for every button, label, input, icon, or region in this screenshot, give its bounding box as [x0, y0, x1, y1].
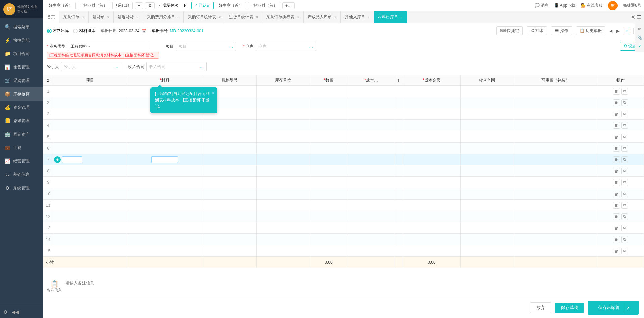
cell-available-qty-4[interactable]: [514, 120, 597, 131]
delete-row-2[interactable]: 🗑: [613, 99, 620, 106]
cell-material-15[interactable]: [126, 245, 203, 257]
cell-cost-amount-15[interactable]: [403, 245, 460, 257]
delete-row-6[interactable]: 🗑: [613, 145, 620, 152]
delete-row-14[interactable]: 🗑: [613, 236, 620, 243]
tab-goods-return[interactable]: 进退货货 ×: [114, 11, 143, 23]
cell-quantity-3[interactable]: [310, 108, 347, 120]
row-project-input-7[interactable]: [62, 156, 82, 163]
cell-available-qty-8[interactable]: [514, 165, 597, 177]
cell-spec-15[interactable]: [203, 245, 256, 257]
settings-icon[interactable]: ⚙: [3, 309, 8, 315]
topbar-tag-proxy[interactable]: +易代账: [112, 2, 133, 9]
cell-cost-price-7[interactable]: [347, 154, 395, 165]
cell-cost-amount-3[interactable]: [403, 108, 460, 120]
sidebar-item-funds[interactable]: 💰 资金管理: [0, 101, 43, 114]
cell-unit-11[interactable]: [256, 200, 310, 211]
tab-list[interactable]: ☰: [637, 14, 641, 20]
cell-spec-7[interactable]: [203, 154, 256, 165]
cell-cost-price-15[interactable]: [347, 245, 395, 257]
cell-unit-9[interactable]: [256, 177, 310, 188]
cell-unit-8[interactable]: [256, 165, 310, 177]
cell-unit-14[interactable]: [256, 234, 310, 245]
delete-row-1[interactable]: 🗑: [613, 88, 620, 95]
cell-spec-6[interactable]: [203, 143, 256, 154]
cell-project-6[interactable]: [53, 143, 126, 154]
cell-available-qty-6[interactable]: [514, 143, 597, 154]
cell-available-qty-5[interactable]: [514, 131, 597, 143]
cell-material-12[interactable]: [126, 211, 203, 222]
cell-material-13[interactable]: [126, 222, 203, 234]
tab-material-out[interactable]: 材料出库单 ×: [374, 11, 407, 23]
cell-quantity-5[interactable]: [310, 131, 347, 143]
cell-quantity-10[interactable]: [310, 188, 347, 200]
tab-close-goods-stats[interactable]: ×: [256, 15, 258, 19]
tab-close-other-in[interactable]: ×: [368, 15, 370, 19]
cell-spec-11[interactable]: [203, 200, 256, 211]
sidebar-item-inventory[interactable]: 📦 库存核算: [0, 87, 43, 101]
topbar-dropdown[interactable]: ▾: [135, 2, 143, 9]
cell-quantity-15[interactable]: [310, 245, 347, 257]
cell-project-12[interactable]: [53, 211, 126, 222]
cell-cost-amount-13[interactable]: [403, 222, 460, 234]
business-type-input[interactable]: 工程领料 ▾: [68, 42, 148, 51]
cell-quantity-9[interactable]: [310, 177, 347, 188]
copy-row-7[interactable]: ⧉: [621, 156, 628, 163]
cell-project-14[interactable]: [53, 234, 126, 245]
cell-income-contract-12[interactable]: [460, 211, 514, 222]
cell-material-5[interactable]: [126, 131, 203, 143]
tab-purchase-stats[interactable]: 采购订单统计表 ×: [184, 11, 225, 23]
cell-available-qty-11[interactable]: [514, 200, 597, 211]
cell-quantity-1[interactable]: [310, 86, 347, 97]
tab-purchase-order[interactable]: 采购订单 ×: [59, 11, 89, 23]
notes-input[interactable]: [66, 280, 640, 290]
cell-available-qty-2[interactable]: [514, 97, 597, 108]
tab-other-in[interactable]: 其他入库单 ×: [341, 11, 374, 23]
topbar-tag-good-biz2[interactable]: 好生意（首）: [216, 2, 246, 9]
cell-quantity-12[interactable]: [310, 211, 347, 222]
cell-income-contract-1[interactable]: [460, 86, 514, 97]
cell-project-4[interactable]: [53, 120, 126, 131]
cell-available-qty-9[interactable]: [514, 177, 597, 188]
tab-close-material-out[interactable]: ×: [401, 15, 403, 19]
sidebar-item-salary[interactable]: 💼 工资: [0, 141, 43, 154]
discard-button[interactable]: 放弃: [530, 302, 551, 313]
delete-row-3[interactable]: 🗑: [613, 111, 620, 117]
tab-close-purchase-fee[interactable]: ×: [178, 15, 180, 19]
cell-quantity-8[interactable]: [310, 165, 347, 177]
cell-unit-10[interactable]: [256, 188, 310, 200]
cell-cost-price-1[interactable]: [347, 86, 395, 97]
topbar-certified[interactable]: ✓ 已认证: [191, 2, 214, 9]
topbar-experience[interactable]: ○ 我要体验一下: [159, 3, 187, 8]
income-contract-input[interactable]: 收入合同 …: [146, 62, 207, 71]
copy-row-9[interactable]: ⧉: [621, 179, 628, 186]
delete-row-15[interactable]: 🗑: [613, 248, 620, 254]
sidebar-item-purchase[interactable]: 🛒 采购管理: [0, 74, 43, 87]
delete-row-5[interactable]: 🗑: [613, 134, 620, 140]
cell-income-contract-6[interactable]: [460, 143, 514, 154]
cell-cost-price-14[interactable]: [347, 234, 395, 245]
cell-income-contract-9[interactable]: [460, 177, 514, 188]
cell-income-contract-11[interactable]: [460, 200, 514, 211]
cell-cost-price-3[interactable]: [347, 108, 395, 120]
topbar-tag-good-biz[interactable]: 好生意（首）: [46, 2, 76, 9]
sidebar-item-ledger[interactable]: 📒 总账管理: [0, 114, 43, 127]
tab-close-all[interactable]: ✕: [631, 14, 635, 20]
cell-cost-price-2[interactable]: [347, 97, 395, 108]
cell-cost-price-10[interactable]: [347, 188, 395, 200]
cell-available-qty-3[interactable]: [514, 108, 597, 120]
nav-next-icon[interactable]: ▶: [616, 29, 620, 33]
delete-row-8[interactable]: 🗑: [613, 168, 620, 174]
handler-input[interactable]: 经手人 …: [61, 62, 121, 71]
cell-available-qty-12[interactable]: [514, 211, 597, 222]
cell-unit-4[interactable]: [256, 120, 310, 131]
right-panel-check[interactable]: ✓: [636, 42, 644, 50]
delete-row-10[interactable]: 🗑: [613, 191, 620, 197]
cell-unit-1[interactable]: [256, 86, 310, 97]
cell-unit-6[interactable]: [256, 143, 310, 154]
add-row-btn[interactable]: +: [54, 156, 61, 163]
cell-material-8[interactable]: [126, 165, 203, 177]
cell-income-contract-13[interactable]: [460, 222, 514, 234]
cell-material-10[interactable]: [126, 188, 203, 200]
cell-material-4[interactable]: [126, 120, 203, 131]
cell-available-qty-7[interactable]: [514, 154, 597, 165]
